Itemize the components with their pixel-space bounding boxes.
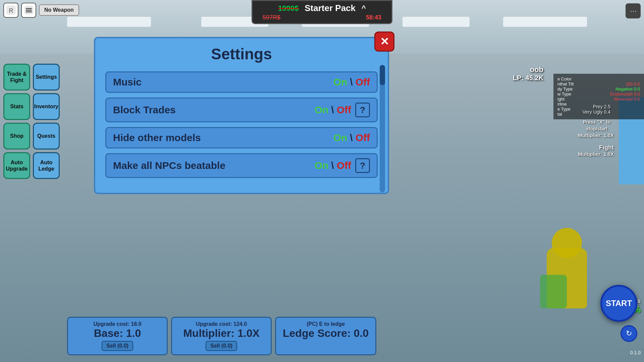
music-off-label: Off — [356, 76, 370, 88]
base-upgrade-cost: Upgrade cost: 18.0 — [75, 321, 160, 327]
base-value: Base: 1.0 — [75, 327, 160, 340]
starter-pack-title: Starter Pack — [305, 3, 356, 13]
modal-close-button[interactable]: ✕ — [374, 32, 394, 52]
stat-label-dy: dy Type — [557, 86, 573, 92]
character-detail — [540, 275, 567, 308]
character-display — [540, 235, 600, 308]
refresh-icon-button[interactable]: ↻ — [621, 325, 637, 342]
starter-pack-old-price: 1990$ — [278, 4, 299, 13]
stat-val-irline — [639, 102, 640, 107]
block-trades-help-button[interactable]: ? — [355, 103, 370, 117]
setting-npcs-beatable[interactable]: Make all NPCs beatable On \ Off ? — [105, 153, 378, 178]
music-on-label: On — [333, 76, 347, 88]
bottom-panels: Upgrade cost: 18.0 Base: 1.0 Sell (0.0) … — [67, 317, 376, 355]
stat-row-5: ightReversed 0.0 — [557, 97, 640, 102]
base-sell-button[interactable]: Sell (0.0) — [102, 341, 133, 351]
stat-panel-base: Upgrade cost: 18.0 Base: 1.0 Sell (0.0) — [67, 317, 168, 355]
svg-rect-3 — [26, 8, 32, 9]
stat-row-4: w TypeEndomorph 0.0 — [557, 92, 640, 97]
setting-music-label: Music — [113, 76, 333, 88]
modal-scrollbar-thumb — [380, 65, 385, 85]
setting-hide-models-label: Hide other models — [113, 132, 333, 143]
setting-hide-models-toggle: On \ Off — [333, 132, 370, 143]
block-trades-on-label: On — [315, 104, 329, 116]
starter-pack-new-price: 597R$ — [263, 14, 280, 21]
ugly-label: Very Ugly 0.4 — [583, 109, 610, 115]
starter-pack-timer: 58:43 — [366, 14, 381, 21]
sidebar-item-quests[interactable]: Quests — [33, 123, 60, 149]
ledge-label: (PC) E to ledge — [283, 321, 369, 327]
sidebar-item-shop[interactable]: Shop — [3, 123, 30, 149]
multiplier-upgrade-cost: Upgrade cost: 124.0 — [179, 321, 264, 327]
stat-label-e-type: e Type — [557, 107, 571, 112]
sidebar-item-stats[interactable]: Stats — [3, 93, 30, 120]
npcs-on-label: On — [315, 160, 329, 171]
stat-row-2: nthal Tilt180 0.0 — [557, 81, 640, 86]
stat-val-w: Endomorph 0.0 — [610, 92, 640, 97]
svg-rect-4 — [26, 10, 32, 11]
stat-label-w: w Type — [557, 92, 571, 97]
music-separator: \ — [350, 76, 353, 88]
npcs-separator: \ — [331, 160, 334, 171]
hide-models-off-label: Off — [356, 132, 370, 143]
setting-music[interactable]: Music On \ Off — [105, 71, 378, 93]
fight-label: Fight — [578, 144, 614, 151]
block-trades-off-label: Off — [337, 104, 351, 116]
setting-npcs-beatable-label: Make all NPCs beatable — [113, 160, 315, 171]
stat-row-1: e Color — [557, 76, 640, 81]
top-right-menu-icon[interactable]: ⋯ — [626, 3, 641, 18]
stat-row-3: dy TypeNegative 0.0 — [557, 86, 640, 92]
multiplier-info: Multiplier: 1.0X — [578, 132, 614, 138]
sidebar-item-auto-upgrade[interactable]: Auto Upgrade — [3, 152, 30, 179]
stat-label-irline: irline — [557, 102, 567, 107]
multiplier-sell-button[interactable]: Sell (0.0) — [206, 341, 237, 351]
character-head — [552, 228, 582, 258]
setting-block-trades[interactable]: Block Trades On \ Off ? — [105, 98, 378, 122]
starter-pack-arrow: ^ — [362, 4, 366, 13]
stat-panel-multiplier: Upgrade cost: 124.0 Multiplier: 1.0X Sel… — [171, 317, 272, 355]
stat-val-ight: Reversed 0.0 — [614, 97, 640, 102]
settings-modal: ✕ Settings Music On \ Off Block Trades O… — [94, 37, 389, 194]
modal-scrollbar[interactable] — [380, 65, 385, 192]
stat-label-ight: ight — [557, 97, 565, 102]
stat-val-nthal: 180 0.0 — [626, 81, 640, 86]
stat-panel-ledge: (PC) E to ledge Ledge Score: 0.0 — [275, 317, 376, 355]
sidebar: Trade & Fight Settings Stats Inventory S… — [3, 64, 60, 179]
setting-hide-models[interactable]: Hide other models On \ Off — [105, 127, 378, 148]
prey-label: Prey 2.5 — [583, 104, 610, 109]
svg-rect-5 — [26, 11, 32, 12]
fight-label-area: Fight Multiplier: 1.0X — [578, 144, 614, 157]
block-trades-separator: \ — [331, 104, 334, 116]
multiplier-value: Multiplier: 1.0X — [179, 327, 264, 340]
prey-info: Prey 2.5 Very Ugly 0.4 — [583, 104, 610, 115]
svg-text:R: R — [9, 7, 13, 14]
fight-multiplier: Multiplier: 1.0X — [578, 151, 614, 157]
sidebar-item-inventory[interactable]: Inventory — [33, 93, 60, 120]
stat-label-tal: tal — [557, 112, 562, 117]
version-text: 0.1.0 — [630, 350, 641, 355]
sidebar-item-settings[interactable]: Settings — [33, 64, 60, 90]
modal-title: Settings — [105, 45, 378, 63]
player-lp: LP: 45.2K — [513, 74, 543, 82]
player-name: oob — [530, 65, 543, 74]
stat-val-dy: Negative 0.0 — [615, 86, 640, 92]
start-button[interactable]: START — [600, 285, 637, 322]
ledge-value: Ledge Score: 0.0 — [283, 327, 369, 340]
menu-icon[interactable] — [21, 3, 36, 18]
sidebar-item-trade-fight[interactable]: Trade & Fight — [3, 64, 30, 90]
player-info-area: oob LP: 45.2K — [513, 65, 543, 82]
npcs-off-label: Off — [337, 160, 351, 171]
multiplier-label: Multiplier: 1.0X — [578, 132, 614, 138]
setting-block-trades-label: Block Trades — [113, 104, 315, 116]
hide-models-separator: \ — [350, 132, 353, 143]
stat-val-e-type — [639, 107, 640, 112]
roblox-icon[interactable]: R — [3, 3, 18, 18]
setting-block-trades-toggle: On \ Off — [315, 104, 351, 116]
setting-npcs-beatable-toggle: On \ Off — [315, 160, 351, 171]
npcs-help-button[interactable]: ? — [355, 158, 370, 173]
no-weapon-button[interactable]: No Weapon — [39, 4, 79, 16]
setting-music-toggle: On \ Off — [333, 76, 370, 88]
stat-label-nthal: nthal Tilt — [557, 81, 574, 86]
starter-pack-banner[interactable]: 1990$ Starter Pack ^ 597R$ 58:43 — [252, 0, 392, 24]
sidebar-item-auto-ledge[interactable]: Auto Ledge — [33, 152, 60, 179]
